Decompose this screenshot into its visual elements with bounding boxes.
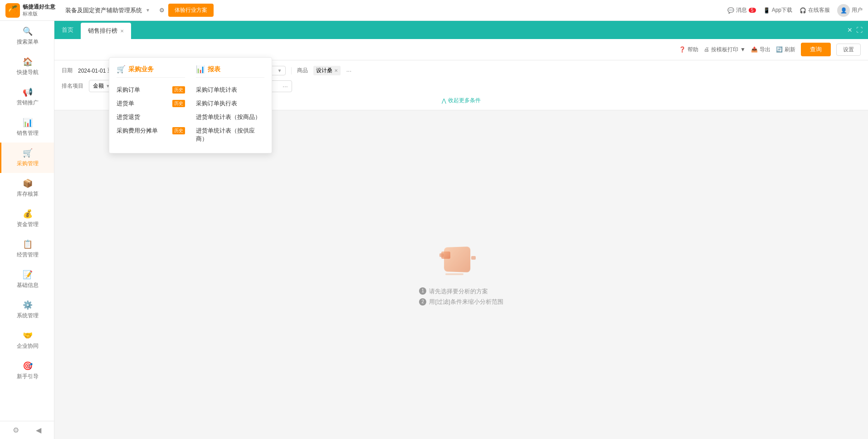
dropdown-menu: 🛒 采购业务 采购订单 历史 进货单 历史 进货退货: [109, 57, 272, 153]
top-right: 💬 消息 5 📱 App下载 🎧 在线客服 👤 用户: [727, 4, 863, 17]
print-icon: 🖨: [704, 46, 709, 53]
sidebar-item-cooperation[interactable]: 🤝 企业协同: [0, 325, 54, 355]
phone-icon: 📱: [763, 7, 770, 14]
sidebar-item-inventory[interactable]: 📦 库存核算: [0, 173, 54, 203]
logo-text: 畅捷通好生意 标准版: [23, 4, 55, 17]
menu-item-purchase-order[interactable]: 采购订单 历史: [117, 83, 185, 97]
sidebar-item-purchase[interactable]: 🛒 采购管理: [0, 143, 54, 173]
sidebar-item-basic[interactable]: 📝 基础信息: [0, 264, 54, 295]
menu-item-purchase-order-exec[interactable]: 采购订单执行表: [196, 97, 264, 110]
cooperation-icon: 🤝: [23, 330, 33, 340]
export-icon: 📤: [751, 46, 758, 53]
system-icon: ⚙️: [23, 300, 33, 310]
dropdown-overlay: 🛒 采购业务 采购订单 历史 进货单 历史 进货退货: [54, 57, 868, 439]
message-icon: 💬: [727, 7, 734, 14]
message-btn[interactable]: 💬 消息 5: [727, 6, 756, 14]
menu-item-expense[interactable]: 采购费用分摊单 历史: [117, 124, 185, 138]
message-badge: 5: [749, 8, 756, 13]
logo-icon: 🍊: [5, 3, 20, 18]
purchase-section-title: 🛒 采购业务: [117, 65, 185, 78]
menu-item-incoming-by-supplier[interactable]: 进货单统计表（按供应商）: [196, 124, 264, 146]
sidebar-item-finance[interactable]: 💰 资金管理: [0, 203, 54, 234]
refresh-btn[interactable]: 🔄 刷新: [776, 46, 795, 54]
sidebar-item-system[interactable]: ⚙️ 系统管理: [0, 295, 54, 325]
history-badge-3: 历史: [172, 127, 185, 134]
operation-icon: 📋: [23, 239, 33, 249]
report-section-icon: 📊: [196, 65, 205, 74]
marketing-icon: 📢: [23, 87, 33, 97]
sidebar-item-marketing[interactable]: 📢 营销推广: [0, 82, 54, 112]
settings-icon[interactable]: ⚙: [156, 4, 168, 17]
top-bar: 🍊 畅捷通好生意 标准版 装备及固定资产辅助管理系统 ▼ ⚙ 体验行业方案 💬 …: [0, 0, 868, 21]
tab-bar: 首页 销售排行榜 ✕ ✕ ⛶: [54, 21, 868, 39]
dropdown-arrow-icon[interactable]: ▼: [146, 8, 150, 13]
sidebar-item-quick-nav[interactable]: 🏠 快捷导航: [0, 51, 54, 82]
sales-icon: 📊: [23, 118, 33, 128]
report-section-title: 📊 报表: [196, 65, 264, 78]
inventory-icon: 📦: [23, 178, 33, 188]
tab-close-icon[interactable]: ✕: [120, 29, 124, 34]
query-button[interactable]: 查询: [801, 43, 831, 56]
purchase-section-icon: 🛒: [117, 65, 126, 74]
system-title: 装备及固定资产辅助管理系统 ▼: [60, 6, 156, 15]
search-icon: 🔍: [23, 26, 33, 36]
sidebar-bottom: ⚙ ◀: [0, 421, 54, 439]
sidebar-item-guide[interactable]: 🎯 新手引导: [0, 355, 54, 386]
menu-item-return[interactable]: 进货退货: [117, 110, 185, 124]
menu-item-incoming[interactable]: 进货单 历史: [117, 97, 185, 110]
headset-icon: 🎧: [800, 7, 806, 14]
sidebar-item-search[interactable]: 🔍 搜索菜单: [0, 21, 54, 51]
tab-expand-icon[interactable]: ⛶: [856, 26, 863, 34]
main-layout: 🔍 搜索菜单 🏠 快捷导航 📢 营销推广 📊 销售管理 🛒 采购管理 📦 库存核…: [0, 21, 868, 439]
user-btn[interactable]: 👤 用户: [837, 4, 863, 17]
tab-actions: ✕ ⛶: [842, 26, 868, 34]
sidebar: 🔍 搜索菜单 🏠 快捷导航 📢 营销推广 📊 销售管理 🛒 采购管理 📦 库存核…: [0, 21, 54, 439]
menu-item-purchase-order-stats[interactable]: 采购订单统计表: [196, 83, 264, 97]
sidebar-item-operation[interactable]: 📋 经营管理: [0, 234, 54, 264]
page-content: ❓ 帮助 🖨 按模板打印 ▼ 📤 导出 🔄 刷新 查询 设置: [54, 39, 868, 439]
history-badge-2: 历史: [172, 100, 185, 107]
sidebar-item-sales[interactable]: 📊 销售管理: [0, 112, 54, 143]
home-icon: 🏠: [23, 57, 33, 67]
help-icon: ❓: [679, 46, 686, 53]
tab-close-window-icon[interactable]: ✕: [847, 26, 853, 34]
print-dropdown-icon: ▼: [740, 46, 746, 53]
industry-btn[interactable]: 体验行业方案: [168, 4, 214, 17]
purchase-menu-section: 🛒 采购业务 采购订单 历史 进货单 历史 进货退货: [117, 65, 185, 146]
settings-bottom-icon[interactable]: ⚙: [13, 426, 19, 434]
logo-area: 🍊 畅捷通好生意 标准版: [5, 3, 60, 18]
basic-icon: 📝: [23, 270, 33, 280]
guide-icon: 🎯: [23, 361, 33, 371]
online-service-btn[interactable]: 🎧 在线客服: [800, 6, 830, 14]
export-btn[interactable]: 📤 导出: [751, 46, 770, 54]
avatar: 👤: [837, 4, 850, 17]
help-btn[interactable]: ❓ 帮助: [679, 46, 698, 54]
tab-home[interactable]: 首页: [54, 21, 81, 39]
finance-icon: 💰: [23, 209, 33, 219]
purchase-icon: 🛒: [23, 148, 33, 158]
refresh-icon: 🔄: [776, 46, 783, 53]
report-menu-section: 📊 报表 采购订单统计表 采购订单执行表 进货单统计表（按商品）: [196, 65, 264, 146]
collapse-sidebar-icon[interactable]: ◀: [36, 426, 41, 434]
content-area: 首页 销售排行榜 ✕ ✕ ⛶ ❓ 帮助 🖨 按模板打印: [54, 21, 868, 439]
settings-button[interactable]: 设置: [836, 44, 861, 56]
tab-ranking[interactable]: 销售排行榜 ✕: [81, 23, 131, 39]
history-badge-1: 历史: [172, 86, 185, 94]
print-btn[interactable]: 🖨 按模板打印 ▼: [704, 46, 746, 54]
menu-item-incoming-by-goods[interactable]: 进货单统计表（按商品）: [196, 110, 264, 124]
app-download-btn[interactable]: 📱 App下载: [763, 6, 792, 14]
